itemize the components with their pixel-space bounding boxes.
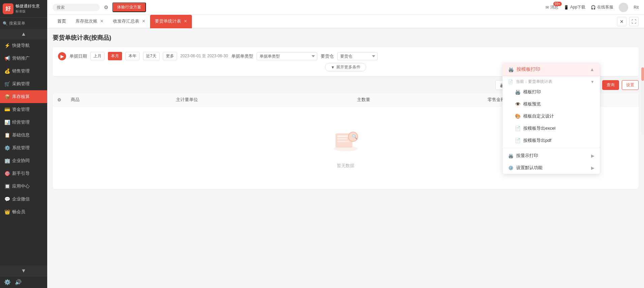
tab-order-stats[interactable]: 要货单统计表 ✕ <box>150 15 192 28</box>
operations-icon: 📊 <box>4 120 10 125</box>
filter-expand-button[interactable]: ▶ <box>58 52 66 60</box>
sidebar-item-enterprise[interactable]: 🏢 企业协同 <box>0 154 47 167</box>
dropdown-title-label: 按模板打印 <box>517 66 540 72</box>
tabbar: 首页 库存批次账 ✕ 收发存汇总表 ✕ 要货单统计表 ✕ ✕ ⛶ <box>47 15 644 28</box>
message-button[interactable]: ✉ 消息 99+ <box>546 4 558 10</box>
date-filter-label: 单据日期 <box>69 53 87 59</box>
sidebar-item-purchase[interactable]: 🛒 采购管理 <box>0 77 47 90</box>
template-preview-icon: 👁️ <box>515 101 521 107</box>
expand-conditions-button[interactable]: ▼ 展开更多条件 <box>325 63 366 71</box>
sidebar-item-wechat[interactable]: 💬 企业微信 <box>0 193 47 205</box>
sidebar-item-sales[interactable]: 💰 销售管理 <box>0 65 47 77</box>
warehouse-filter-select[interactable]: 要货仓 <box>337 52 378 60</box>
date-btn-this-month[interactable]: 本月 <box>108 52 122 60</box>
dropdown-item-template-preview[interactable]: 👁️ 模板预览 <box>503 98 600 110</box>
dropdown-chevron-up-icon[interactable]: ▲ <box>590 67 594 72</box>
tab-batch-account[interactable]: 库存批次账 ✕ <box>71 15 108 28</box>
type-filter-label: 单据单类型 <box>231 53 253 59</box>
topbar-gear-icon[interactable]: ⚙ <box>104 4 108 10</box>
settings-button[interactable]: 设置 <box>622 80 639 90</box>
sidebar-item-inventory[interactable]: 📦 库存核算 <box>0 90 47 103</box>
tab-batch-account-close[interactable]: ✕ <box>100 19 104 24</box>
sidebar-search[interactable]: 🔍 搜索菜单 <box>0 18 47 29</box>
empty-text: 暂无数据 <box>337 163 354 169</box>
content-area: 要货单统计表(按商品) ▶ 单据日期 上月 本月 本年 近7天 更多 2023-… <box>47 28 644 288</box>
export-excel-label: 按模板导出excel <box>523 125 555 131</box>
tab-close-all-button[interactable]: ✕ <box>617 17 626 26</box>
promo-button[interactable]: 体验行业方案 <box>112 2 146 12</box>
dropdown-item-export-pdf[interactable]: 📄 按模板导出pdf <box>503 134 600 147</box>
date-btn-this-year[interactable]: 本年 <box>125 52 140 60</box>
sidebar-item-guide[interactable]: 🎯 新手引导 <box>0 167 47 180</box>
sidebar-item-label: 销售管理 <box>12 68 30 74</box>
sidebar-item-marketing[interactable]: 📢 营销推广 <box>0 52 47 65</box>
date-btn-7days[interactable]: 近7天 <box>143 52 159 60</box>
main-area: ⚙ 体验行业方案 ✉ 消息 99+ 📱 App下载 🎧 在线客服 Rit 首页 <box>47 0 644 288</box>
sidebar-item-label: 基础信息 <box>12 132 30 138</box>
gear-settings-icon[interactable]: ⚙ <box>57 97 61 102</box>
tab-home[interactable]: 首页 <box>53 15 71 28</box>
display-print-label: 按显示打印 <box>516 153 538 159</box>
default-func-left: ⚙️ 设置默认功能 <box>508 165 543 171</box>
display-print-left: 🖨️ 按显示打印 <box>508 153 538 159</box>
sidebar-nav: ⚡ 快捷导航 📢 营销推广 💰 销售管理 🛒 采购管理 📦 库存核算 💳 资金管… <box>0 39 47 266</box>
svg-rect-3 <box>337 138 347 139</box>
tab-maximize-button[interactable]: ⛶ <box>629 17 639 26</box>
tab-order-stats-label: 要货单统计表 <box>155 18 181 24</box>
member-icon: 👑 <box>4 209 10 215</box>
online-service-button[interactable]: 🎧 在线客服 <box>591 4 613 10</box>
sidebar-item-system[interactable]: ⚙️ 系统管理 <box>0 141 47 154</box>
sidebar-item-label: 企业协同 <box>12 158 30 164</box>
dropdown-item-export-excel[interactable]: 📄 按模板导出excel <box>503 122 600 134</box>
avatar[interactable] <box>619 3 628 12</box>
right-scrollbar[interactable] <box>641 67 644 135</box>
tab-order-stats-close[interactable]: ✕ <box>184 19 187 24</box>
dropdown-title: 🖨️ 按模板打印 <box>508 66 540 72</box>
basics-icon: 📋 <box>4 132 10 138</box>
system-icon: ⚙️ <box>4 145 10 151</box>
sidebar-item-label: 经营管理 <box>12 119 30 125</box>
sidebar-item-operations[interactable]: 📊 经营管理 <box>0 116 47 129</box>
sidebar-item-label: 采购管理 <box>12 81 30 87</box>
type-filter-select[interactable]: 单据单类型 <box>257 52 317 60</box>
dropdown-header: 🖨️ 按模板打印 ▲ <box>503 63 600 76</box>
tab-batch-account-label: 库存批次账 <box>76 18 97 24</box>
app-download-button[interactable]: 📱 App下载 <box>564 4 585 10</box>
tab-receipts-summary-close[interactable]: ✕ <box>142 19 145 24</box>
app-name: 畅捷通好生意 <box>16 4 40 9</box>
inventory-icon: 📦 <box>4 94 10 99</box>
quick-nav-icon: ⚡ <box>4 43 10 48</box>
enterprise-icon: 🏢 <box>4 158 10 163</box>
sidebar-item-quick-nav[interactable]: ⚡ 快捷导航 <box>0 39 47 52</box>
volume-icon[interactable]: 🔊 <box>15 279 22 285</box>
topbar-search-input[interactable] <box>53 4 100 11</box>
date-range: 2023-06-01 至 2023-06-30 <box>180 53 228 59</box>
sidebar-item-apps[interactable]: 🔲 应用中心 <box>0 180 47 193</box>
dropdown-item-default-func[interactable]: ⚙️ 设置默认功能 ▶ <box>503 162 600 174</box>
sidebar-bottom: ⚙️ 🔊 <box>0 276 47 288</box>
date-btn-last-month[interactable]: 上月 <box>90 52 105 60</box>
col-unit: 主计量单位 <box>171 93 352 106</box>
sidebar-item-finance[interactable]: 💳 资金管理 <box>0 103 47 116</box>
sidebar-item-label: 系统管理 <box>12 145 30 151</box>
display-print-chevron: ▶ <box>591 153 594 158</box>
search-icon: 🔍 <box>3 21 8 26</box>
sidebar-scroll-down[interactable]: ▼ <box>0 266 47 276</box>
tab-receipts-summary[interactable]: 收发存汇总表 ✕ <box>108 15 150 28</box>
sidebar-item-label: 企业微信 <box>12 196 30 202</box>
date-btn-more[interactable]: 更多 <box>163 52 177 60</box>
sidebar-item-label: 快捷导航 <box>12 42 30 49</box>
template-design-icon: 🎨 <box>515 114 521 119</box>
dropdown-item-template-design[interactable]: 🎨 模板自定义设计 <box>503 110 600 122</box>
topbar-right: ✉ 消息 99+ 📱 App下载 🎧 在线客服 Rit <box>546 3 639 12</box>
export-excel-icon: 📄 <box>515 126 521 131</box>
query-button[interactable]: 查询 <box>602 80 619 90</box>
dropdown-item-template-print[interactable]: 🖨️ 模板打印 <box>503 86 600 98</box>
sidebar-scroll-up[interactable]: ▲ <box>0 29 47 39</box>
sidebar-item-basics[interactable]: 📋 基础信息 <box>0 129 47 141</box>
dropdown-item-display-print[interactable]: 🖨️ 按显示打印 ▶ <box>503 150 600 162</box>
settings-icon[interactable]: ⚙️ <box>4 279 11 285</box>
search-label: 搜索菜单 <box>9 21 25 26</box>
sidebar-item-member[interactable]: 👑 畅会员 <box>0 205 47 218</box>
app-logo: 好 畅捷通好生意 标准版 <box>0 0 47 18</box>
